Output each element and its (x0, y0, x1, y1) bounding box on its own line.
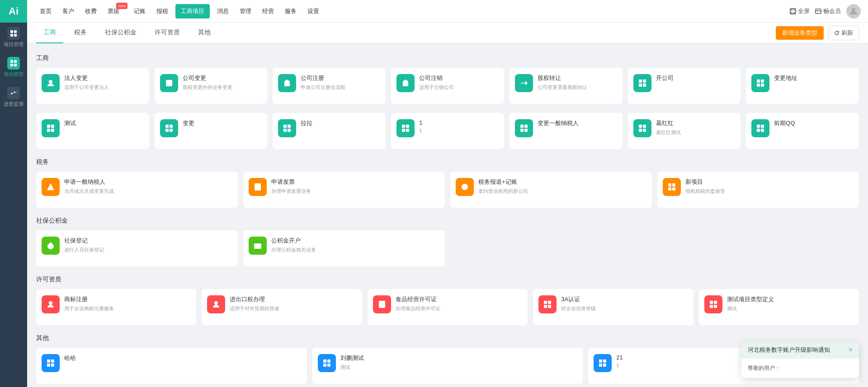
card-pre-qq[interactable]: 前期QQ (746, 113, 859, 149)
card-haha[interactable]: 哈哈 (36, 348, 307, 384)
refresh-button[interactable]: 刷新 (828, 26, 859, 40)
notif-close-button[interactable]: × (849, 346, 853, 354)
svg-rect-40 (524, 125, 528, 128)
card-liupeng-test[interactable]: 刘鹏测试 测试 (312, 348, 583, 384)
card-apply-invoice[interactable]: 申请发票 办理申请发票业务 (243, 172, 445, 208)
card-icon-test (42, 119, 60, 137)
svg-rect-20 (761, 79, 764, 83)
nav-tickets[interactable]: 票据 new (102, 0, 128, 23)
svg-rect-48 (761, 125, 764, 128)
card-import-export[interactable]: 进出口权办理 适用于对外贸易经营者 (202, 289, 362, 325)
nav-operations[interactable]: 经营 (257, 0, 279, 23)
notification-popup: 河北税务数字账户升级影响通知 × 尊敬的用户： (741, 341, 859, 378)
nav-services[interactable]: 服务 (279, 0, 302, 23)
svg-rect-62 (544, 301, 547, 304)
card-company-change[interactable]: 公司变更 股权变更外的业务变更 (155, 68, 268, 104)
user-avatar[interactable] (846, 4, 861, 19)
nav-bookkeeping[interactable]: 记账 (128, 0, 151, 23)
svg-rect-36 (406, 125, 409, 128)
scroll-content: 工商 法人变更 适用于公司变更法人 公 (27, 43, 868, 387)
card-open-company[interactable]: 开公司 (628, 68, 741, 104)
member-button[interactable]: 畅会员 (815, 7, 841, 15)
svg-rect-16 (643, 79, 646, 83)
svg-rect-50 (761, 129, 764, 132)
sidebar-item-project-manage[interactable]: 项目管理 (0, 23, 27, 52)
content-area: 工商 税务 社保公积金 许可资质 其他 新增业务类型 刷新 工商 (27, 23, 868, 387)
app-logo[interactable]: Ai (0, 0, 27, 23)
card-new-project[interactable]: 新项目 报税加税控盘保管 (657, 172, 859, 208)
card-icon-apply-invoice (249, 178, 267, 196)
tabs-bar: 工商 税务 社保公积金 许可资质 其他 新增业务类型 刷新 (27, 23, 868, 43)
notif-header: 河北税务数字账户升级影响通知 × (741, 341, 859, 359)
tab-industrial[interactable]: 工商 (36, 23, 63, 43)
card-icon-pre-qq (751, 119, 769, 137)
nav-messages[interactable]: 消息 (212, 0, 234, 23)
card-company-cancel[interactable]: 公司注销 适用于注销公司 (391, 68, 504, 104)
fullscreen-button[interactable]: 全屏 (790, 7, 810, 15)
svg-rect-1 (14, 30, 17, 33)
card-icon-social-register (42, 237, 60, 255)
svg-rect-69 (714, 305, 717, 308)
svg-rect-73 (51, 364, 54, 367)
svg-rect-49 (757, 129, 760, 132)
svg-rect-54 (668, 183, 671, 187)
card-guhonghong[interactable]: 葛红红 葛红红测试 (628, 113, 741, 149)
svg-rect-5 (14, 60, 17, 63)
card-3a-cert[interactable]: 3A认证 对企业信誉评级 (533, 289, 693, 325)
card-change[interactable]: 变更 (155, 113, 268, 149)
card-fund-account[interactable]: 公积金开户 办理公积金相关业务 (243, 230, 445, 266)
svg-rect-76 (323, 364, 326, 367)
card-test-project-type[interactable]: 测试项目类型定义 测试 (699, 289, 859, 325)
card-trademark[interactable]: 商标注册 用于企业商标注册服务 (36, 289, 196, 325)
card-legal-change[interactable]: 法人变更 适用于公司变更法人 (36, 68, 149, 104)
card-icon-trademark (42, 295, 60, 313)
add-type-button[interactable]: 新增业务类型 (776, 26, 824, 40)
card-icon-twentyone (594, 354, 612, 372)
svg-rect-19 (757, 79, 760, 83)
tax-cards: 申请一般纳税人 当月或次月成变更完成 申请发票 办理申请发票业务 (36, 172, 859, 208)
tab-license[interactable]: 许可资质 (147, 23, 187, 43)
card-food-license[interactable]: 食品经营许可证 办理食品经营许可证 (368, 289, 528, 325)
svg-rect-66 (710, 301, 713, 304)
svg-rect-26 (51, 129, 54, 132)
card-one[interactable]: 1 1 (391, 113, 504, 149)
sidebar: Ai 项目管理 项目类型 进度监测 (0, 0, 27, 387)
card-tax-report-bookkeep[interactable]: 税务报道+记账 拿到营业执照的新公司 (450, 172, 652, 208)
tab-tax[interactable]: 税务 (67, 23, 94, 43)
card-social-register[interactable]: 社保登记 进行人员社保登记 (36, 230, 238, 266)
card-icon-change (160, 119, 178, 137)
svg-rect-0 (10, 30, 13, 33)
nav-billing[interactable]: 收费 (80, 0, 102, 23)
card-text-legal-change: 法人变更 适用于公司变更法人 (64, 74, 144, 91)
svg-rect-23 (47, 125, 50, 128)
nav-customer[interactable]: 客户 (57, 0, 80, 23)
svg-rect-4 (10, 60, 13, 63)
card-lala[interactable]: 拉拉 (273, 113, 386, 149)
tab-other[interactable]: 其他 (191, 23, 218, 43)
tab-social-fund[interactable]: 社保公积金 (98, 23, 144, 43)
nav-industrial[interactable]: 工商项目 (175, 4, 210, 19)
svg-rect-44 (643, 125, 646, 128)
card-equity-transfer[interactable]: 股权转让 公司变更需要股权转让 (509, 68, 623, 104)
svg-rect-46 (643, 129, 646, 132)
svg-rect-68 (710, 305, 713, 308)
svg-point-10 (852, 8, 855, 12)
svg-rect-55 (672, 183, 675, 187)
card-apply-taxpayer[interactable]: 申请一般纳税人 当月或次月成变更完成 (36, 172, 238, 208)
sidebar-item-progress-monitor[interactable]: 进度监测 (0, 82, 27, 112)
card-company-register[interactable]: 公司注册 申请公司注册全流程 (273, 68, 386, 104)
card-change-taxpayer[interactable]: 变更一般纳税人 (509, 113, 623, 149)
card-test[interactable]: 测试 (36, 113, 149, 149)
card-change-address[interactable]: 变更地址 (746, 68, 859, 104)
nav-home[interactable]: 首页 (34, 0, 57, 23)
nav-settings[interactable]: 设置 (302, 0, 325, 23)
svg-rect-81 (603, 364, 606, 367)
nav-manage[interactable]: 管理 (234, 0, 257, 23)
nav-tax[interactable]: 报税 (151, 0, 174, 23)
svg-point-60 (214, 301, 218, 305)
svg-rect-38 (406, 129, 409, 132)
svg-rect-3 (14, 34, 17, 37)
section-title-industrial: 工商 (36, 54, 859, 62)
svg-rect-24 (51, 125, 54, 128)
sidebar-item-project-type[interactable]: 项目类型 (0, 52, 27, 82)
